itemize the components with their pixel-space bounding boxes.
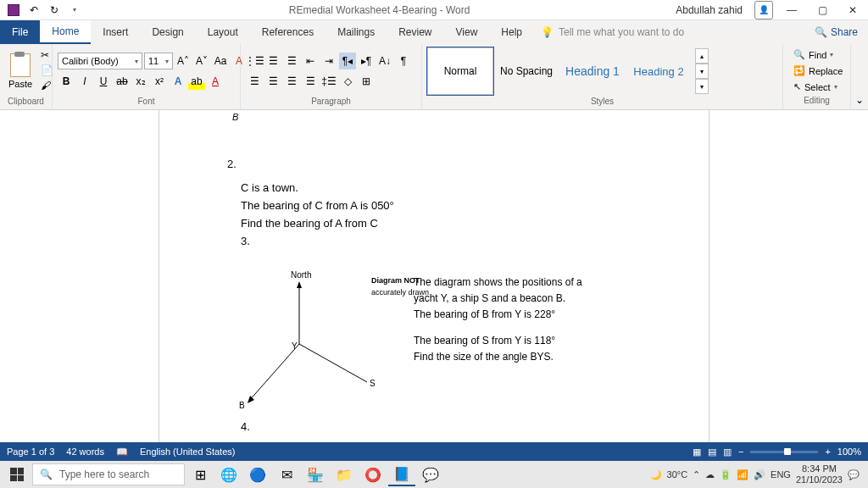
style-heading2[interactable]: Heading 2 [626, 47, 692, 95]
numbering-button[interactable]: ☰ [264, 53, 281, 69]
qat-customize[interactable]: ▾ [66, 2, 83, 19]
tab-insert[interactable]: Insert [91, 20, 140, 44]
font-family-select[interactable]: Calibri (Body)▾ [58, 53, 142, 69]
status-page[interactable]: Page 1 of 3 [7, 446, 54, 457]
change-case-button[interactable]: Aa [212, 53, 229, 69]
text-effects-button[interactable]: A [170, 73, 186, 90]
align-right-button[interactable]: ☰ [283, 73, 300, 90]
tray-wifi-icon[interactable]: 📶 [737, 469, 748, 480]
doc-q2-num: 2. [227, 156, 641, 174]
bold-button[interactable]: B [58, 73, 75, 90]
shading-button[interactable]: ◇ [339, 73, 356, 90]
zoom-level[interactable]: 100% [837, 446, 861, 457]
tray-volume-icon[interactable]: 🔊 [754, 469, 765, 480]
share-button[interactable]: 🔍 Share [815, 26, 868, 38]
paste-button[interactable]: Paste [5, 50, 36, 92]
editing-group-label: Editing [788, 96, 845, 107]
increase-indent-button[interactable]: ⇥ [320, 53, 337, 69]
justify-button[interactable]: ☰ [302, 73, 319, 90]
taskbar-search[interactable]: 🔍 Type here to search [32, 463, 185, 485]
tray-language[interactable]: ENG [771, 469, 791, 480]
font-color-button[interactable]: A [207, 73, 224, 90]
tray-temp[interactable]: 30°C [667, 469, 688, 480]
line-spacing-button[interactable]: ‡☰ [320, 73, 337, 90]
tray-notifications-icon[interactable]: 💬 [848, 469, 860, 480]
tab-review[interactable]: Review [387, 20, 443, 44]
subscript-button[interactable]: x₂ [132, 73, 149, 90]
save-button[interactable] [5, 2, 22, 19]
taskbar-edge[interactable]: 🌐 [215, 463, 242, 486]
italic-button[interactable]: I [76, 73, 93, 90]
tell-me-search[interactable]: 💡 Tell me what you want to do [534, 26, 815, 38]
taskbar-word[interactable]: 📘 [388, 463, 415, 486]
shrink-font-button[interactable]: A˅ [193, 53, 210, 69]
user-name: Abdullah zahid [676, 4, 743, 16]
taskbar-whatsapp[interactable]: 💬 [417, 463, 444, 486]
tab-mailings[interactable]: Mailings [326, 20, 387, 44]
tab-design[interactable]: Design [140, 20, 195, 44]
font-size-select[interactable]: 11▾ [144, 53, 173, 69]
status-words[interactable]: 42 words [66, 446, 104, 457]
tab-view[interactable]: View [444, 20, 490, 44]
tab-file[interactable]: File [0, 20, 40, 44]
select-button[interactable]: ↖Select▾ [792, 80, 842, 94]
zoom-out-button[interactable]: − [738, 446, 743, 457]
tab-help[interactable]: Help [489, 20, 534, 44]
minimize-button[interactable]: — [780, 0, 804, 20]
tray-onedrive-icon[interactable]: ☁ [705, 469, 715, 480]
document-area[interactable]: B 2. C is a town. The bearing of C from … [0, 110, 868, 458]
tab-home[interactable]: Home [40, 20, 91, 44]
show-marks-button[interactable]: ¶ [395, 53, 412, 69]
maximize-button[interactable]: ▢ [810, 0, 834, 20]
view-print-button[interactable]: ▤ [708, 446, 716, 458]
zoom-slider[interactable] [750, 451, 818, 453]
zoom-in-button[interactable]: + [825, 446, 830, 457]
taskbar-app1[interactable]: 🔵 [244, 463, 271, 486]
grow-font-button[interactable]: A˄ [175, 53, 192, 69]
strikethrough-button[interactable]: ab [114, 73, 131, 90]
svg-text:North: North [291, 270, 311, 280]
decrease-indent-button[interactable]: ⇤ [302, 53, 319, 69]
user-avatar[interactable]: 👤 [754, 1, 773, 19]
style-heading1[interactable]: Heading 1 [559, 47, 626, 95]
find-button[interactable]: 🔍Find▾ [792, 47, 842, 62]
view-web-button[interactable]: ▥ [723, 446, 732, 458]
task-view-button[interactable]: ⊞ [186, 463, 214, 486]
tab-references[interactable]: References [250, 20, 326, 44]
align-center-button[interactable]: ☰ [264, 73, 281, 90]
undo-button[interactable]: ↶ [25, 2, 42, 19]
taskbar-chrome[interactable]: ⭕ [359, 463, 387, 486]
style-nospacing[interactable]: No Spacing [493, 47, 559, 95]
styles-scroll-down[interactable]: ▾ [695, 64, 709, 79]
view-read-button[interactable]: ▦ [693, 446, 701, 458]
borders-button[interactable]: ⊞ [358, 73, 375, 90]
underline-button[interactable]: U [95, 73, 112, 90]
highlight-button[interactable]: ab [188, 73, 205, 90]
ltr-button[interactable]: ¶◂ [339, 53, 356, 69]
sort-button[interactable]: A↓ [376, 53, 393, 69]
multilevel-button[interactable]: ☰ [283, 53, 300, 69]
replace-button[interactable]: 🔁Replace [792, 64, 842, 78]
bullets-button[interactable]: ⋮☰ [246, 53, 263, 69]
tray-chevron-up-icon[interactable]: ⌃ [693, 469, 700, 480]
svg-text:S: S [370, 379, 376, 388]
status-proofing-icon[interactable]: 📖 [116, 446, 128, 458]
taskbar-store[interactable]: 🏪 [302, 463, 329, 486]
close-button[interactable]: ✕ [841, 0, 865, 20]
taskbar-explorer[interactable]: 📁 [331, 463, 358, 486]
rtl-button[interactable]: ▸¶ [358, 53, 375, 69]
collapse-ribbon-button[interactable]: ⌄ [851, 44, 868, 109]
superscript-button[interactable]: x² [151, 73, 168, 90]
styles-more[interactable]: ▾ [695, 79, 709, 94]
tray-clock[interactable]: 8:34 PM 21/10/2023 [796, 463, 843, 485]
align-left-button[interactable]: ☰ [246, 73, 263, 90]
tray-battery-icon[interactable]: 🔋 [720, 469, 732, 480]
weather-icon[interactable]: 🌙 [650, 469, 662, 480]
tab-layout[interactable]: Layout [196, 20, 250, 44]
redo-button[interactable]: ↻ [46, 2, 63, 19]
style-normal[interactable]: Normal [427, 47, 493, 95]
status-language[interactable]: English (United States) [140, 446, 236, 457]
styles-scroll-up[interactable]: ▴ [695, 48, 709, 64]
start-button[interactable] [3, 463, 31, 486]
taskbar-mail[interactable]: ✉ [273, 463, 300, 486]
